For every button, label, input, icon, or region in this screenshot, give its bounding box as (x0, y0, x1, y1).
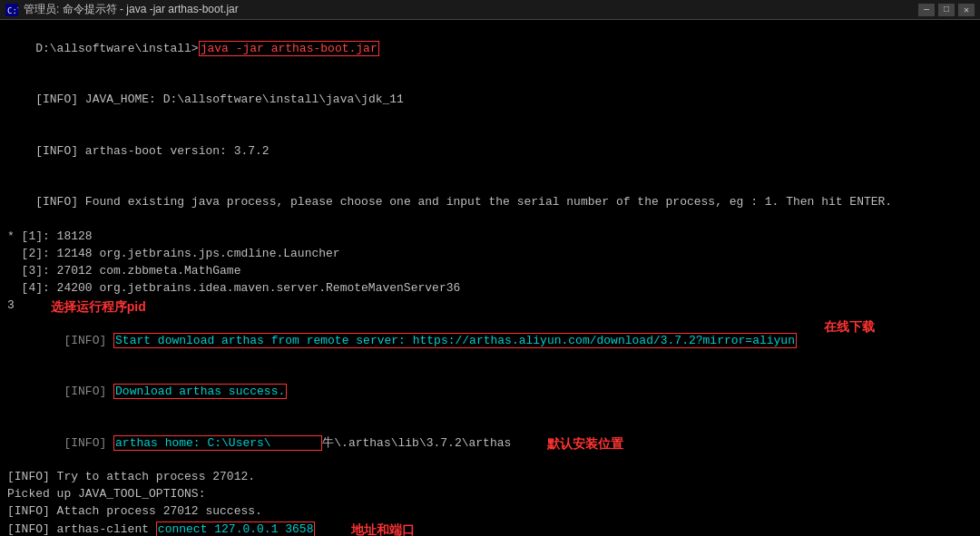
line-path-command: D:\allsoftware\install>java -jar arthas-… (7, 24, 973, 75)
path-prompt: D:\allsoftware\install> (35, 42, 198, 55)
cmd-icon: C:\ (5, 4, 18, 16)
close-button[interactable]: ✕ (958, 4, 975, 16)
select-pid-annotation: 选择运行程序pid (51, 297, 146, 316)
line-dl2: [INFO] Download arthas success. (7, 366, 797, 418)
default-install-annotation: 默认安装位置 (547, 434, 623, 453)
line-info3: [INFO] Found existing java process, plea… (7, 178, 973, 229)
maximize-button[interactable]: □ (938, 4, 955, 16)
window-controls: — □ ✕ (918, 4, 975, 16)
home-highlight: arthas home: C:\Users\ (113, 435, 322, 451)
input-3: 3 (7, 297, 15, 315)
home-lines: [INFO] arthas home: C:\Users\ 牛\.arthas\… (7, 418, 511, 470)
arthas-client-text: [INFO] arthas-client (7, 522, 156, 536)
connect-block: [INFO] arthas-client connect 127.0.0.1 3… (7, 521, 973, 536)
line-proc4: [4]: 24200 org.jetbrains.idea.maven.serv… (7, 280, 973, 297)
info-tag3: [INFO] Found existing java process, plea… (35, 195, 892, 209)
info-tag1: [INFO] JAVA_HOME: D:\allsoftware\install… (35, 93, 404, 106)
minimize-button[interactable]: — (918, 4, 935, 16)
command-highlight: java -jar arthas-boot.jar (199, 41, 379, 56)
dl2-highlight: Download arthas success. (113, 384, 287, 399)
title-text: 管理员: 命令提示符 - java -jar arthas-boot.jar (24, 2, 239, 17)
connect-line: [INFO] arthas-client connect 127.0.0.1 3… (7, 521, 315, 536)
line-picked: Picked up JAVA_TOOL_OPTIONS: (7, 486, 973, 503)
connect-highlight: connect 127.0.0.1 3658 (156, 521, 316, 536)
title-bar: C:\ 管理员: 命令提示符 - java -jar arthas-boot.j… (0, 0, 980, 20)
info-tag2: [INFO] arthas-boot version: 3.7.2 (35, 144, 269, 158)
download-block: [INFO] Start download arthas from remote… (7, 316, 973, 418)
line-dl1: [INFO] Start download arthas from remote… (7, 316, 797, 367)
dl1-highlight: Start download arthas from remote server… (113, 333, 797, 348)
line-attach1: [INFO] Try to attach process 27012. (7, 469, 973, 486)
home-block: [INFO] arthas home: C:\Users\ 牛\.arthas\… (7, 418, 973, 470)
line-info1: [INFO] JAVA_HOME: D:\allsoftware\install… (7, 75, 973, 127)
svg-text:C:\: C:\ (7, 6, 18, 15)
line-select: 3 选择运行程序pid (7, 297, 973, 316)
online-download-annotation: 在线下载 (824, 317, 875, 336)
line-proc2: [2]: 12148 org.jetbrains.jps.cmdline.Lau… (7, 246, 973, 263)
line-proc1: * [1]: 18128 (7, 229, 973, 246)
terminal-window[interactable]: D:\allsoftware\install>java -jar arthas-… (0, 20, 980, 536)
line-home1: [INFO] arthas home: C:\Users\ 牛\.arthas\… (7, 418, 511, 470)
addr-port-annotation: 地址和端口 (351, 521, 415, 536)
title-bar-left: C:\ 管理员: 命令提示符 - java -jar arthas-boot.j… (5, 2, 239, 17)
download-lines: [INFO] Start download arthas from remote… (7, 316, 797, 418)
line-info2: [INFO] arthas-boot version: 3.7.2 (7, 126, 973, 178)
line-proc3: [3]: 27012 com.zbbmeta.MathGame (7, 263, 973, 280)
line-attach2: [INFO] Attach process 27012 success. (7, 503, 973, 521)
